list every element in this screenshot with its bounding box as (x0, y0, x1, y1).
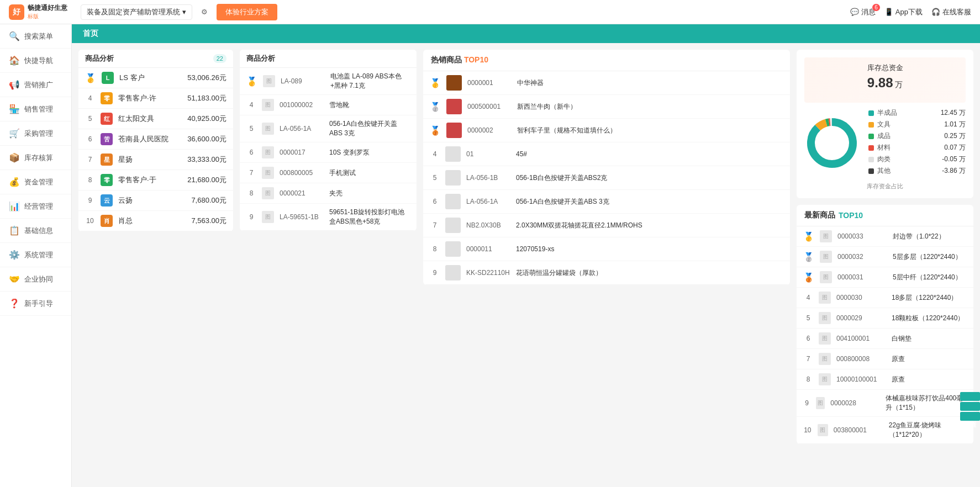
newest-product-row: 🥉 图 0000031 5层中纤（1220*2440） (797, 267, 973, 288)
product-code: 0000033 (837, 232, 887, 240)
product-code: 000800005 (280, 169, 324, 177)
product-name: 手机测试 (329, 168, 410, 178)
legend-value: 0.25 万 (944, 131, 966, 141)
rank-number: 9 (85, 197, 95, 204)
customer-rank-card: 商品分析 22 🥇 L LS 客户 53,006.26元 4 零 零售客户·许 (78, 50, 233, 231)
product-thumb: 图 (820, 271, 832, 283)
product-name: 原查 (892, 375, 905, 384)
product-thumb: 图 (819, 312, 831, 324)
trial-button[interactable]: 体验行业方案 (217, 4, 277, 20)
donut-chart (804, 115, 860, 171)
rank-number: 8 (85, 176, 95, 184)
sidebar-item-system[interactable]: ⚙️ 系统管理 (0, 243, 71, 267)
product-rank-row: 6 图 0000017 10S 变刹罗泵 (240, 142, 417, 163)
product-code: 003800001 (834, 426, 883, 434)
top10-label: TOP10 (464, 55, 488, 64)
inventory-value: 9.88 (867, 75, 893, 90)
newest-product-row: 🥈 图 0000032 5层多层（1220*2440） (797, 247, 973, 267)
page-tab[interactable]: 首页 (72, 24, 980, 43)
rank-number: 7 (803, 355, 813, 363)
customer-rank-row: 5 红 红太阳文具 40,925.00元 (78, 109, 233, 129)
product-code: 0000017 (280, 149, 324, 156)
rank-number: 5 (85, 115, 95, 123)
sidebar-item-search[interactable]: 🔍 搜索菜单 (0, 24, 71, 49)
rank-number: 8 (246, 189, 256, 197)
product-rank-row: 4 图 001000002 雪地靴 (240, 95, 417, 115)
sidebar-item-sales[interactable]: 🏪 销售管理 (0, 97, 71, 121)
product-thumbnail (446, 123, 462, 138)
app-download-item[interactable]: 📱 App下载 (884, 7, 923, 17)
rank-number: 6 (430, 198, 440, 205)
product-name: 原查 (892, 354, 905, 364)
customer-avatar: 红 (101, 113, 113, 125)
rank-number: 6 (85, 135, 95, 143)
float-btn-live[interactable]: 直播 (960, 412, 980, 421)
product-name: 056-1A白色按键开关盖ABS 3克 (329, 119, 410, 138)
product-name: 12070519-xs (516, 245, 554, 253)
system-selector[interactable]: 装备及固定资产辅助管理系统 ▾ (81, 4, 192, 20)
product-rank-list: 🥇 图 LA-089 电池盖 LA-089 ABS本色+黑种 7.1克 4 图 … (240, 68, 417, 231)
content-area: 商品分析 22 🥇 L LS 客户 53,006.26元 4 零 零售客户·许 (72, 43, 980, 451)
sidebar-item-finance[interactable]: 💰 资金管理 (0, 170, 71, 194)
inventory-card: 库存总资金 9.88 万 (797, 50, 973, 198)
sidebar-item-guide[interactable]: ❓ 新手引导 (0, 292, 71, 316)
product-thumbnail (445, 170, 461, 186)
medal-icon: 🥉 (803, 272, 814, 283)
sidebar-item-purchase[interactable]: 🛒 采购管理 (0, 121, 71, 146)
hot-product-row: 🥉 0000002 智利车子里（规格不知道填什么） (423, 119, 790, 142)
sidebar-item-inventory[interactable]: 📦 库存核算 (0, 146, 71, 170)
sidebar-item-label: 新手引导 (24, 299, 53, 309)
inventory-unit: 万 (895, 80, 903, 89)
product-name: 18颗粒板（1220*2440） (892, 314, 964, 323)
float-btn-community[interactable]: 服务社区 (960, 402, 980, 411)
rank-number: 5 (803, 314, 813, 322)
product-name: 59651-1B旋转投影灯电池盒ABS黑色+58克 (329, 208, 410, 226)
app-download-label: App下载 (895, 7, 923, 17)
product-thumb: 图 (816, 397, 825, 409)
product-code: LA-056-1A (466, 198, 510, 205)
customer-name: 星扬 (118, 155, 182, 165)
customer-rank-row: 4 零 零售客户·许 51,183.00元 (78, 88, 233, 109)
legend-item: 肉类 -0.05 万 (868, 155, 966, 164)
inventory-summary: 库存总资金 9.88 万 (804, 57, 966, 103)
sidebar-item-label: 企业协同 (24, 274, 53, 284)
message-item[interactable]: 💬 消息 6 (850, 7, 876, 17)
hot-product-row: 🥇 0000001 中华神器 (423, 71, 790, 95)
rank-number: 6 (803, 335, 813, 342)
hot-products-title: 热销商品 (431, 55, 464, 64)
sidebar-item-label: 系统管理 (24, 250, 53, 260)
legend-item: 材料 0.07 万 (868, 143, 966, 152)
customer-name: 零售客户·许 (118, 93, 182, 103)
legend-dot (868, 157, 874, 162)
product-rank-row: 🥇 图 LA-089 电池盖 LA-089 ABS本色+黑种 7.1克 (240, 68, 417, 95)
product-thumbnail (445, 218, 461, 233)
float-buttons: 客服热线 服务社区 直播 (960, 392, 980, 421)
rank-number: 10 (803, 426, 812, 434)
rank-number: 9 (430, 269, 440, 277)
sidebar-item-basic[interactable]: 📋 基础信息 (0, 219, 71, 243)
newest-product-row: 5 图 0000029 18颗粒板（1220*2440） (797, 308, 973, 329)
hot-product-row: 4 01 45# (423, 142, 790, 166)
customer-amount: 33,333.00元 (187, 155, 226, 165)
float-btn-service[interactable]: 客服热线 (960, 392, 980, 401)
legend-dot (868, 168, 874, 174)
sidebar-item-operations[interactable]: 📊 经营管理 (0, 194, 71, 219)
sidebar-item-marketing[interactable]: 📢 营销推广 (0, 73, 71, 97)
finance-icon: 💰 (9, 177, 20, 187)
newest-product-row: 8 图 10000100001 原查 (797, 369, 973, 390)
product-code: 0000011 (466, 245, 510, 253)
online-service-item[interactable]: 🎧 在线客服 (931, 7, 971, 17)
online-service-label: 在线客服 (942, 7, 971, 17)
product-code: LA-056-1B (466, 174, 510, 182)
product-rank-row: 7 图 000800005 手机测试 (240, 163, 417, 183)
sidebar-item-enterprise[interactable]: 🤝 企业协同 (0, 267, 71, 292)
customer-avatar: 零 (101, 174, 113, 186)
product-name: 5层中纤（1220*2440） (893, 273, 962, 282)
sidebar-item-quick-nav[interactable]: 🏠 快捷导航 (0, 49, 71, 73)
settings-icon[interactable]: ⚙ (197, 4, 212, 20)
product-code: KK-SD22110H (466, 269, 510, 277)
newest-product-row: 10 图 003800001 22g鱼豆腐·烧烤味（1*12*20） (797, 417, 973, 444)
logo-main: 畅捷通好生意 (28, 3, 67, 13)
product-name: 智利车子里（规格不知道填什么） (517, 126, 617, 135)
legend-value: 1.01 万 (944, 120, 966, 129)
